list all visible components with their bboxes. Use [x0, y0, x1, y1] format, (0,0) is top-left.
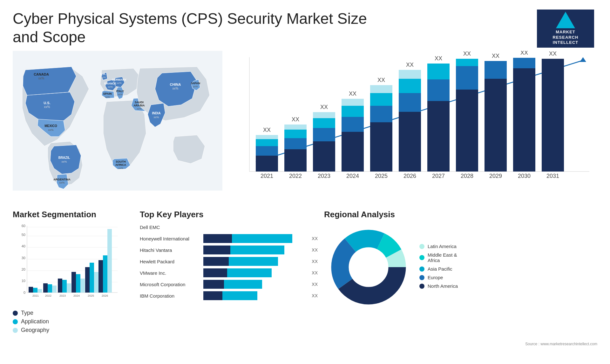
bar-light [227, 268, 272, 277]
svg-text:xx%: xx% [193, 85, 198, 88]
svg-text:20: 20 [22, 267, 25, 271]
svg-rect-45 [284, 125, 307, 130]
svg-text:2024: 2024 [346, 173, 359, 179]
legend-type: Type [13, 310, 133, 316]
player-row: Hewlett Packard XX [140, 257, 318, 266]
svg-text:XX: XX [349, 91, 356, 97]
player-bar [203, 223, 318, 232]
svg-rect-130 [103, 255, 107, 293]
latin-color [419, 244, 424, 249]
svg-rect-75 [485, 79, 507, 172]
north-america-label: North America [428, 283, 458, 289]
svg-text:2025: 2025 [375, 173, 388, 179]
svg-text:2028: 2028 [461, 173, 473, 179]
svg-text:50: 50 [22, 233, 25, 237]
svg-text:xx%: xx% [38, 77, 44, 80]
bar-chart-section: XX XX XX XX XX [222, 51, 597, 203]
svg-rect-48 [313, 128, 335, 141]
svg-text:XX: XX [263, 127, 271, 133]
svg-rect-63 [399, 93, 421, 112]
svg-rect-60 [370, 85, 392, 93]
svg-rect-115 [52, 286, 57, 293]
bar-dark [203, 268, 227, 277]
svg-text:XX: XX [492, 53, 499, 59]
svg-text:XX: XX [435, 55, 442, 62]
europe-label: Europe [428, 275, 443, 280]
svg-text:XX: XX [320, 104, 328, 110]
svg-text:SOUTH: SOUTH [116, 160, 126, 163]
bar-light [222, 291, 257, 300]
svg-text:XX: XX [520, 51, 528, 56]
svg-rect-123 [80, 279, 85, 293]
north-america-color [419, 284, 424, 289]
svg-text:xx%: xx% [153, 116, 159, 119]
player-name: Hewlett Packard [140, 259, 203, 264]
svg-point-139 [349, 247, 388, 287]
legend-north-america: North America [419, 283, 458, 289]
bottom-area: Market Segmentation 0 10 20 30 40 50 60 [0, 203, 610, 342]
svg-rect-49 [313, 118, 335, 128]
seg-legend: Type Application Geography [13, 310, 133, 334]
svg-rect-71 [456, 90, 478, 172]
svg-rect-114 [48, 284, 52, 293]
svg-rect-129 [98, 260, 103, 293]
svg-rect-55 [342, 99, 364, 106]
player-row: Microsoft Corporation XX [140, 280, 318, 289]
player-bar [203, 291, 308, 300]
svg-rect-58 [370, 106, 392, 122]
svg-text:2021: 2021 [32, 294, 39, 297]
svg-text:2025: 2025 [88, 294, 94, 297]
players-section: Top Key Players Dell EMC Honeywell Inter… [140, 210, 318, 303]
svg-rect-38 [256, 146, 278, 156]
svg-rect-44 [284, 130, 307, 138]
legend-europe: Europe [419, 275, 458, 280]
svg-text:2022: 2022 [45, 294, 51, 297]
svg-text:SAUDI: SAUDI [135, 101, 144, 104]
svg-rect-50 [313, 112, 335, 118]
svg-rect-126 [90, 263, 94, 293]
svg-text:2021: 2021 [261, 173, 273, 179]
svg-text:2027: 2027 [432, 173, 445, 179]
bar-dark [203, 234, 232, 243]
svg-rect-68 [427, 79, 450, 101]
svg-text:GERMANY: GERMANY [112, 78, 126, 81]
player-name: VMware Inc. [140, 270, 203, 276]
bar-dark [203, 246, 230, 254]
application-label: Application [21, 318, 49, 325]
svg-text:xx%: xx% [44, 105, 50, 109]
svg-text:CANADA: CANADA [34, 72, 49, 76]
player-bar [203, 280, 308, 289]
player-row-ibm: IBM Corporation XX [140, 291, 318, 300]
svg-text:ITALY: ITALY [116, 90, 124, 93]
svg-text:30: 30 [22, 256, 25, 260]
svg-text:0: 0 [24, 291, 25, 294]
svg-text:2029: 2029 [489, 173, 502, 179]
svg-rect-59 [370, 93, 392, 106]
player-val: XX [312, 259, 318, 264]
svg-text:XX: XX [292, 116, 299, 123]
svg-rect-67 [427, 101, 450, 172]
svg-rect-117 [58, 279, 62, 293]
europe-color [419, 275, 424, 280]
player-name: Honeywell International [140, 236, 203, 241]
svg-rect-125 [85, 267, 90, 293]
svg-rect-65 [399, 70, 421, 79]
svg-text:FRANCE: FRANCE [104, 82, 116, 85]
geography-color [13, 328, 18, 333]
map-section: CANADA xx% U.S. xx% MEXICO xx% BRAZIL xx… [13, 51, 222, 203]
svg-text:2023: 2023 [59, 294, 66, 297]
segmentation-chart: 0 10 20 30 40 50 60 2021 [13, 223, 133, 307]
bar-dark [203, 280, 224, 289]
svg-text:xx%: xx% [101, 76, 105, 79]
asia-color [419, 266, 424, 272]
asia-label: Asia Pacific [428, 266, 452, 272]
svg-text:XX: XX [406, 62, 414, 68]
svg-rect-113 [43, 283, 48, 293]
svg-rect-42 [284, 149, 307, 172]
type-color [13, 311, 18, 316]
regional-section: Regional Analysis [324, 210, 597, 313]
svg-text:xx%: xx% [59, 181, 64, 184]
donut-chart [324, 223, 413, 313]
svg-text:2026: 2026 [102, 294, 108, 297]
latin-label: Latin America [428, 244, 457, 249]
